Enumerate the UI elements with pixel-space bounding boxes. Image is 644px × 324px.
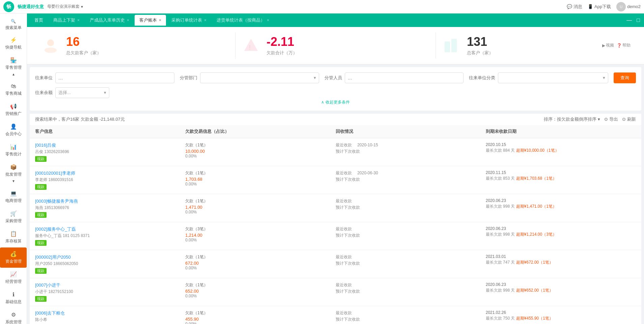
overdue-amount-4[interactable]: 超期¥1,214.00（3笔） [516, 232, 557, 237]
customer-name-3[interactable]: [0003]畅捷服务尹海燕 [35, 198, 185, 204]
sidebar-item-retail-stats[interactable]: 📊 零售统计 [0, 140, 27, 160]
sidebar-search[interactable]: 🔍 搜索菜单 [0, 16, 27, 33]
recovery-label-1: 最近收款 2020-10-15 [336, 142, 486, 148]
debt-count-3: 欠款（1笔） [185, 198, 335, 204]
tab-product-shelf[interactable]: 商品上下架 × [49, 15, 84, 26]
filter-label-person: 分管人员 [325, 75, 342, 81]
customer-info-1: [0016]吕俊 吕俊 13026203696 现款 [35, 142, 185, 162]
tab-product-history-close[interactable]: × [127, 18, 129, 22]
sidebar: 🔍 搜索菜单 ⚡ 快捷导航 🏪 零售管理 ▴ 🛍 零售商城 📢 营销推广 � [0, 13, 27, 324]
export-icon: ⊙ [604, 117, 608, 122]
table-header: 客户信息 欠款交易信息（占比） 回收情况 到期未收款日期 [30, 125, 641, 138]
debt-count-1: 欠款（1笔） [185, 142, 335, 148]
tab-customer-account-label: 客户账本 [139, 17, 157, 23]
sort-select[interactable]: 排序：按欠款金额倒序排序 ▾ [544, 116, 600, 122]
sidebar-item-quick-nav[interactable]: ⚡ 快捷导航 [0, 33, 27, 54]
user-profile[interactable]: U demo2 [616, 2, 641, 11]
debt-amount-4: 1,214.00 [185, 233, 335, 238]
query-button[interactable]: 查询 [614, 72, 636, 83]
tab-purchase-stats-close[interactable]: × [267, 18, 269, 22]
top-bar-left: 畅 畅捷通好生意 母婴行业演示账套 ▾ [3, 1, 83, 12]
tab-purchase-order[interactable]: 采购订单统计表 × [167, 15, 211, 26]
customer-name-7[interactable]: [0006]去下粮仓 [35, 310, 185, 316]
overdue-amount-5[interactable]: 超期¥672.00（1笔） [516, 260, 553, 265]
svg-marker-2 [244, 39, 258, 51]
stat-label-customers: 总欠款客户（家） [66, 50, 101, 56]
overdue-amount-7[interactable]: 超期¥455.90（1笔） [516, 316, 553, 321]
debt-amount-2: 1,703.68 [185, 177, 335, 182]
stat-icon-debt: ! [241, 35, 261, 56]
debt-count-6: 欠款（1笔） [185, 282, 335, 288]
overdue-amount-2[interactable]: 超期¥1,703.68（1笔） [516, 176, 557, 181]
tab-customer-account[interactable]: 客户账本 × [135, 15, 166, 26]
sidebar-item-purchase[interactable]: 🛒 采购管理 [0, 207, 27, 227]
sidebar-item-system[interactable]: ⚙ 系统管理 [0, 308, 27, 324]
brand-logo: 畅 [3, 1, 14, 12]
filter-input-balance[interactable]: 选择... ▾ [55, 87, 109, 98]
customer-name-4[interactable]: [0002]服务中心_丁磊 [35, 226, 185, 232]
sidebar-item-retail-mgmt[interactable]: 🏪 零售管理 ▴ [0, 54, 27, 80]
overdue-amount-1[interactable]: 超期¥10,000.00（1笔） [516, 148, 559, 153]
industry-selector[interactable]: 母婴行业演示账套 ▾ [47, 4, 83, 9]
collapse-button[interactable]: ∧ 收起更多条件 [321, 99, 350, 105]
help-action[interactable]: ❓ 帮助 [617, 42, 631, 48]
sidebar-item-ecommerce[interactable]: 💻 电商管理 [0, 187, 27, 207]
sidebar-item-ops[interactable]: 📈 经营管理 [0, 268, 27, 288]
table-row: [0016]吕俊 吕俊 13026203696 现款 欠款（1笔） 10,000… [30, 138, 641, 166]
sidebar-item-finance[interactable]: 💰 资金管理 [0, 247, 27, 268]
customer-phone-1: 吕俊 13026203696 [35, 149, 185, 155]
app-download-button[interactable]: 📱 App下载 [588, 4, 611, 10]
overdue-days-3: 最长欠款 998 天 超期¥1,471.00（1笔） [486, 204, 636, 209]
svg-rect-4 [445, 41, 450, 52]
tab-product-history[interactable]: 产成品入库单历史 × [85, 15, 134, 26]
tab-purchase-order-close[interactable]: × [204, 18, 206, 22]
filter-item-unit-class: 往来单位分类 ▾ [469, 72, 608, 83]
filter-row-2: 往来余额 选择... ▾ [35, 87, 636, 98]
customer-name-2[interactable]: [0001020001]李老师 [35, 170, 185, 176]
sidebar-item-marketing[interactable]: 📢 营销推广 [0, 100, 27, 120]
overdue-date-7: 2021.02.26 [486, 310, 636, 315]
sidebar-item-inventory[interactable]: 📋 库存核算 [0, 227, 27, 247]
tab-home[interactable]: 首页 [30, 15, 48, 26]
filter-input-unit[interactable]: ... [55, 72, 174, 83]
filter-input-person[interactable]: ... [345, 72, 464, 83]
customer-name-5[interactable]: [000002]用户2050 [35, 254, 185, 260]
customer-name-6[interactable]: [0007]小进干 [35, 282, 185, 288]
filter-person-dots: ... [348, 75, 352, 81]
tab-product-shelf-close[interactable]: × [77, 18, 80, 22]
filter-input-unit-class[interactable]: ▾ [498, 72, 608, 83]
debt-info-3: 欠款（1笔） 1,471.00 0.00% [185, 198, 335, 214]
tab-customer-account-close[interactable]: × [159, 18, 161, 22]
filter-actions: 查询 [614, 72, 636, 83]
tab-purchase-stats[interactable]: 进货单统计表（按商品） × [212, 15, 274, 26]
due-info-2: 2020.11.15 最长欠款 853 天 超期¥1,703.68（1笔） [486, 170, 636, 181]
tab-minimize-button[interactable]: — [625, 17, 633, 23]
stat-number-debt: -2.11 [267, 35, 297, 49]
inventory-icon: 📋 [10, 231, 17, 237]
table-row: [0003]畅捷服务尹海燕 海燕 18513066976 现款 欠款（1笔） 1… [30, 194, 641, 222]
overdue-amount-6[interactable]: 超期¥652.00（1笔） [516, 288, 553, 293]
result-info-bar: 搜索结果中，客户16家 欠款金额 -21,148.07元 排序：按欠款金额倒序排… [30, 113, 641, 125]
sidebar-item-retail-store[interactable]: 🛍 零售商城 [0, 80, 27, 100]
overdue-amount-3[interactable]: 超期¥1,471.00（1笔） [516, 204, 557, 209]
recovery-info-4: 最近收款 预计下次收款 [336, 226, 486, 238]
sidebar-item-wholesale[interactable]: 📦 批发管理 ▾ [0, 160, 27, 187]
sidebar-item-member[interactable]: 👤 会员中心 [0, 120, 27, 140]
customer-name-1[interactable]: [0016]吕俊 [35, 142, 185, 148]
filter-input-dept[interactable]: ▾ [200, 72, 319, 83]
debt-count-2: 欠款（1笔） [185, 170, 335, 176]
ecommerce-icon: 💻 [10, 190, 17, 197]
video-action[interactable]: ▶ 视频 [602, 42, 614, 48]
table-row: [000002]用户2050 用户2050 18665062050 现款 欠款（… [30, 250, 641, 278]
industry-label: 母婴行业演示账套 [47, 4, 80, 9]
search-icon: 🔍 [11, 19, 16, 24]
tabs-bar: 首页 商品上下架 × 产成品入库单历史 × 客户账本 × 采购订单统计表 × [27, 13, 644, 27]
recovery-info-6: 最近收款 预计下次收款 [336, 282, 486, 294]
sidebar-item-basic[interactable]: ℹ 基础信息 [0, 288, 27, 308]
message-button[interactable]: 💬 消息 [567, 4, 582, 10]
overdue-days-5: 最长欠款 747 天 超期¥672.00（1笔） [486, 260, 636, 265]
tab-maximize-button[interactable]: □ [635, 17, 641, 23]
stat-label-debt: 欠款合计（万） [267, 50, 297, 56]
export-button[interactable]: ⊙ 导出 [604, 116, 618, 122]
refresh-button[interactable]: ⊙ 刷新 [622, 116, 636, 122]
